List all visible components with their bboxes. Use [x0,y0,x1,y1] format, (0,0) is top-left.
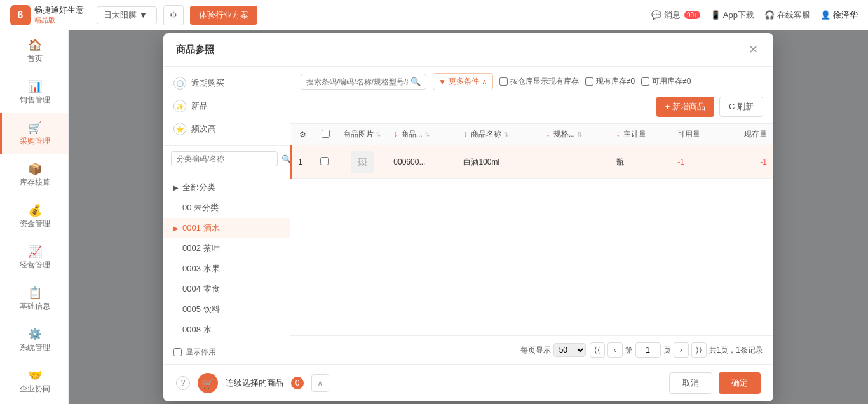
toolbar: 🔍 ▼ 更多条件 ∧ 按仓库显示现有库存 [290,67,773,124]
sort-name-icon: ↕ [463,130,467,138]
modal-overlay: 商品参照 ✕ 🕐 近期购买 ✨ [69,30,868,404]
new-product-item[interactable]: ✨ 新品 [163,95,290,118]
col-product-img: 商品图片 ⇅ [337,124,387,145]
logo-text: 畅捷通好生意 精品版 [34,5,84,25]
category-snacks[interactable]: 0004 零食 [163,279,290,299]
toolbar-right: + 新增商品 C 刷新 [656,97,763,117]
system-icon: ⚙️ [28,327,42,341]
category-drinks[interactable]: 0005 饮料 [163,299,290,320]
next-page-button[interactable]: › [674,342,689,358]
sidebar-item-enterprise[interactable]: 🤝 企业协同 [0,361,68,402]
sidebar: 🏠 首页 📊 销售管理 🛒 采购管理 📦 库存核算 💰 资金管理 📈 经营管理 … [0,30,69,404]
help-button[interactable]: ? [176,376,190,390]
nonzero-stock-checkbox[interactable]: 现有库存≠0 [585,76,635,87]
col-settings: ⚙ [291,124,314,145]
sort-code-icon: ↕ [393,130,397,138]
category-alcohol[interactable]: ▶ 0001 酒水 [163,218,290,238]
more-filter-button[interactable]: ▼ 更多条件 ∧ [433,73,493,90]
basicinfo-icon: 📋 [28,286,42,300]
sort-name-asc[interactable]: ⇅ [503,131,508,138]
col-checkbox [314,124,337,145]
footer-right: 取消 确定 [669,372,761,394]
app-download-button[interactable]: 📱 App下载 [710,10,754,21]
nav-selector[interactable]: 日太阳膜 ▼ [97,6,157,24]
add-product-button[interactable]: + 新增商品 [656,97,714,117]
product-search-icon[interactable]: 🔍 [410,77,421,86]
new-icon: ✨ [173,100,186,112]
modal-close-button[interactable]: ✕ [745,42,761,57]
row-checkbox [314,145,337,179]
modal-body: 🕐 近期购买 ✨ 新品 ⭐ 频次高 [163,67,773,364]
sidebar-item-home[interactable]: 🏠 首页 [0,30,68,72]
user-profile[interactable]: 👤 徐泽华 [820,10,858,21]
category-all[interactable]: ▶ 全部分类 [163,177,290,198]
col-unit: ↕ 主计量 [610,124,672,145]
page-number-input[interactable] [635,342,661,358]
row-unit: 瓶 [610,145,672,179]
home-icon: 🏠 [28,38,42,52]
cat-arrow-icon: ▶ [173,184,179,191]
product-table: ⚙ 商品图片 ⇅ ↕ 商品... [290,124,773,179]
prev-page-button[interactable]: ‹ [607,342,623,358]
messages-button[interactable]: 💬 消息 99+ [651,10,700,21]
row-code: 000600... [387,145,457,179]
enterprise-icon: 🤝 [28,368,42,382]
frequent-item[interactable]: ⭐ 频次高 [163,118,290,140]
row-name: 白酒100ml [457,145,539,179]
avatar: 👤 [820,10,831,20]
right-panel: 🔍 ▼ 更多条件 ∧ 按仓库显示现有库存 [290,67,773,364]
sort-img-icon[interactable]: ⇅ [376,131,381,138]
category-tea[interactable]: 0002 茶叶 [163,238,290,259]
col-product-name: ↕ 商品名称 ⇅ [457,124,539,145]
footer-left: ? 🛒 连续选择的商品 0 ∧ [176,373,329,393]
sort-unit-icon: ↕ [616,130,620,138]
sidebar-item-purchase[interactable]: 🛒 采购管理 [0,113,68,154]
sidebar-item-system[interactable]: ⚙️ 系统管理 [0,320,68,361]
collapse-cart-button[interactable]: ∧ [311,374,329,392]
sidebar-item-basic-info[interactable]: 📋 基础信息 [0,278,68,320]
cart-button[interactable]: 🛒 [198,373,218,393]
sales-icon: 📊 [28,79,42,93]
left-panel: 🕐 近期购买 ✨ 新品 ⭐ 频次高 [163,67,290,364]
category-search-input[interactable] [171,151,278,166]
per-page-dropdown[interactable]: 10 20 50 100 [553,343,586,357]
last-page-button[interactable]: ⟩⟩ [691,342,707,358]
mobile-icon: 📱 [710,10,721,20]
col-current: 现存量 [722,124,773,145]
recent-purchase-item[interactable]: 🕐 近期购买 [163,72,290,95]
product-table-container: ⚙ 商品图片 ⇅ ↕ 商品... [290,124,773,335]
category-search-icon[interactable]: 🔍 [281,154,290,164]
pagination: 每页显示 10 20 50 100 ⟨⟨ ‹ [290,335,773,364]
online-service-button[interactable]: 🎧 在线客服 [764,10,810,21]
confirm-button[interactable]: 确定 [719,372,761,394]
refresh-button[interactable]: C 刷新 [719,97,763,117]
modal-header: 商品参照 ✕ [163,33,773,67]
select-all-checkbox[interactable] [322,130,330,138]
sort-code-asc[interactable]: ⇅ [424,131,430,138]
sidebar-item-finance[interactable]: 💰 资金管理 [0,196,68,237]
category-fruit[interactable]: 0003 水果 [163,259,290,279]
purchase-icon: 🛒 [28,121,42,135]
messages-badge: 99+ [684,11,700,19]
table-row[interactable]: 1 🖼 000600... 白酒100ml [291,145,773,179]
first-page-button[interactable]: ⟨⟨ [590,342,605,358]
quick-access: 🕐 近期购买 ✨ 新品 ⭐ 频次高 [163,67,290,146]
settings-button[interactable]: ⚙ [163,5,184,25]
logo-area: 6 畅捷通好生意 精品版 [10,5,84,25]
warehouse-stock-checkbox[interactable]: 按仓库显示现有库存 [499,76,579,87]
sidebar-item-operation[interactable]: 📈 经营管理 [0,237,68,278]
message-icon: 💬 [651,10,661,20]
sidebar-item-sales[interactable]: 📊 销售管理 [0,72,68,113]
image-placeholder-icon: 🖼 [358,157,367,167]
category-water[interactable]: 0008 水 [163,320,290,340]
content-area: 商品参照 ✕ 🕐 近期购买 ✨ [69,30,868,404]
product-search-input[interactable] [306,77,408,86]
sidebar-item-inventory[interactable]: 📦 库存核算 [0,154,68,196]
cancel-button[interactable]: 取消 [669,372,712,394]
available-nonzero-checkbox[interactable]: 可用库存≠0 [641,76,691,87]
trial-button[interactable]: 体验行业方案 [190,6,257,25]
sort-spec-asc[interactable]: ⇅ [577,131,582,138]
display-disabled-checkbox[interactable] [173,348,182,356]
category-uncategorized[interactable]: 00 未分类 [163,198,290,218]
continuous-select-label: 连续选择的商品 [226,377,283,389]
